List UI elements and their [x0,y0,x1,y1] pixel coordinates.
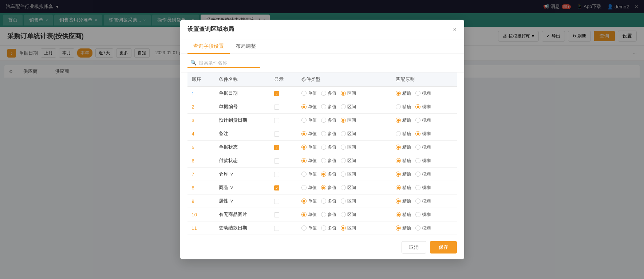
tab-field-settings[interactable]: 查询字段设置 [187,39,230,54]
field-table: 顺序 条件名称 显示 条件类型 匹配原则 1单据日期单值多值区间精确模糊2单据编… [187,72,457,83]
search-input[interactable] [199,60,253,66]
dialog-title: 设置查询区域布局 [187,25,234,33]
search-icon: 🔍 [190,60,197,66]
search-box: 🔍 [180,54,464,72]
dialog-header: 设置查询区域布局 × [180,20,464,39]
search-input-wrap: 🔍 [187,58,260,68]
field-table-area: 顺序 条件名称 显示 条件类型 匹配原则 1单据日期单值多值区间精确模糊2单据编… [180,72,464,83]
table-header-row: 顺序 条件名称 显示 条件类型 匹配原则 [187,72,457,83]
settings-dialog: 设置查询区域布局 × 查询字段设置 布局调整 🔍 顺序 条件名称 显示 [180,20,464,83]
th-name: 条件名称 [214,72,270,83]
th-order: 顺序 [187,72,215,83]
th-display: 显示 [270,72,297,83]
dialog-overlay[interactable]: 设置查询区域布局 × 查询字段设置 布局调整 🔍 顺序 条件名称 显示 [0,0,644,83]
th-match: 匹配原则 [391,72,457,83]
dialog-close-button[interactable]: × [453,26,457,33]
tab-layout-adjust[interactable]: 布局调整 [230,39,262,54]
th-type: 条件类型 [297,72,392,83]
dialog-tabs: 查询字段设置 布局调整 [180,39,464,54]
